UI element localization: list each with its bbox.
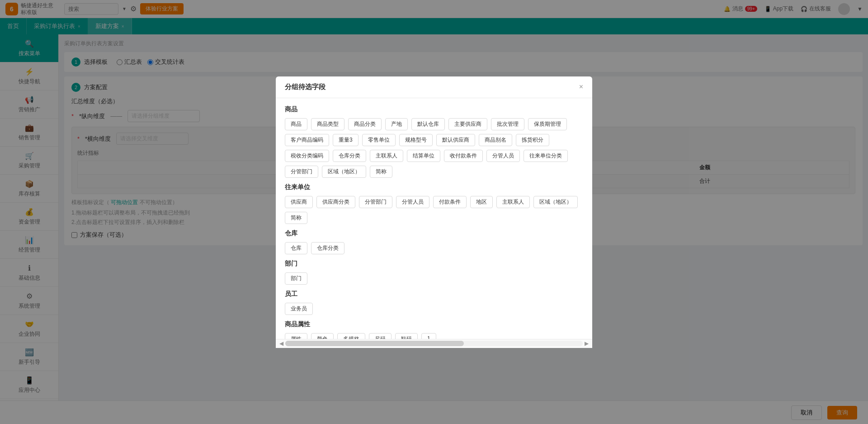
field-multi-spec[interactable]: 多规格 xyxy=(337,333,365,339)
field-spec-model[interactable]: 规格型号 xyxy=(399,134,433,146)
field-supervisor[interactable]: 分管人员 xyxy=(486,150,520,162)
field-main-supplier[interactable]: 主要供应商 xyxy=(448,118,487,130)
field-origin[interactable]: 产地 xyxy=(385,118,408,130)
field-weight[interactable]: 重量3 xyxy=(333,134,359,146)
warehouse-fields: 仓库 仓库分类 xyxy=(285,242,583,254)
field-attr[interactable]: 属性 xyxy=(285,333,307,339)
field-product[interactable]: 商品 xyxy=(285,118,307,130)
field-size[interactable]: 尺码 xyxy=(369,333,392,339)
field-product-category[interactable]: 商品分类 xyxy=(348,118,382,130)
field-dept[interactable]: 部门 xyxy=(285,272,307,285)
field-partner-abbr[interactable]: 简称 xyxy=(285,212,307,224)
hscrollbar-thumb xyxy=(285,341,464,346)
field-default-supplier[interactable]: 默认供应商 xyxy=(436,134,475,146)
field-partner-category[interactable]: 往来单位分类 xyxy=(524,150,568,162)
modal-overlay: 分组待选字段 × 商品 商品 商品类型 商品分类 产地 默认仓库 主要供应商 批… xyxy=(0,0,868,424)
field-main-contact[interactable]: 主联系人 xyxy=(370,150,403,162)
field-partner-region[interactable]: 区域（地区） xyxy=(533,196,578,208)
dept-fields: 部门 xyxy=(285,272,583,285)
field-salesperson[interactable]: 业务员 xyxy=(285,303,313,315)
modal-hscrollbar-area: ◀ ▶ xyxy=(276,339,592,348)
field-tax-code[interactable]: 税收分类编码 xyxy=(285,150,329,162)
field-partner-dept[interactable]: 分管部门 xyxy=(359,196,392,208)
field-color[interactable]: 颜色 xyxy=(311,333,334,339)
field-custom-1[interactable]: 1 xyxy=(421,333,436,339)
modal-close-button[interactable]: × xyxy=(579,83,583,91)
modal-title: 分组待选字段 xyxy=(285,83,326,91)
field-pick-points[interactable]: 拣货积分 xyxy=(516,134,549,146)
field-batch-mgmt[interactable]: 批次管理 xyxy=(491,118,524,130)
group-title-warehouse: 仓库 xyxy=(285,229,583,238)
field-supervise-dept[interactable]: 分管部门 xyxy=(285,166,318,178)
employee-fields: 业务员 xyxy=(285,303,583,315)
field-retail-unit[interactable]: 零售单位 xyxy=(362,134,396,146)
product-fields: 商品 商品类型 商品分类 产地 默认仓库 主要供应商 批次管理 保质期管理 客户… xyxy=(285,118,583,178)
group-title-dept: 部门 xyxy=(285,260,583,268)
field-settlement-unit[interactable]: 结算单位 xyxy=(407,150,440,162)
field-default-warehouse[interactable]: 默认仓库 xyxy=(411,118,445,130)
field-warehouse-category[interactable]: 仓库分类 xyxy=(333,150,366,162)
field-warehouse[interactable]: 仓库 xyxy=(285,242,307,254)
group-title-employee: 员工 xyxy=(285,290,583,298)
product-attr-fields: 属性 颜色 多规格 尺码 鞋码 1 xyxy=(285,333,583,339)
group-title-partner: 往来单位 xyxy=(285,183,583,191)
field-product-type[interactable]: 商品类型 xyxy=(311,118,344,130)
field-shelf-life[interactable]: 保质期管理 xyxy=(528,118,567,130)
field-shoe-size[interactable]: 鞋码 xyxy=(395,333,418,339)
field-supplier-category[interactable]: 供应商分类 xyxy=(316,196,355,208)
field-select-modal: 分组待选字段 × 商品 商品 商品类型 商品分类 产地 默认仓库 主要供应商 批… xyxy=(276,76,592,348)
hscroll-left-arrow[interactable]: ◀ xyxy=(279,340,283,347)
field-abbr[interactable]: 简称 xyxy=(370,166,392,178)
field-region[interactable]: 区域（地区） xyxy=(322,166,366,178)
field-payment-cond[interactable]: 付款条件 xyxy=(433,196,467,208)
field-customer-code[interactable]: 客户商品编码 xyxy=(285,134,329,146)
field-partner-contact[interactable]: 主联系人 xyxy=(496,196,530,208)
modal-body: 商品 商品 商品类型 商品分类 产地 默认仓库 主要供应商 批次管理 保质期管理… xyxy=(276,98,592,339)
field-area[interactable]: 地区 xyxy=(470,196,493,208)
hscroll-row: ◀ ▶ xyxy=(279,340,589,347)
field-supplier[interactable]: 供应商 xyxy=(285,196,313,208)
hscrollbar[interactable] xyxy=(285,341,583,346)
hscroll-right-arrow[interactable]: ▶ xyxy=(585,340,589,347)
partner-fields: 供应商 供应商分类 分管部门 分管人员 付款条件 地区 主联系人 区域（地区） … xyxy=(285,196,583,224)
field-partner-supervisor[interactable]: 分管人员 xyxy=(396,196,429,208)
field-product-alias[interactable]: 商品别名 xyxy=(479,134,512,146)
modal-header: 分组待选字段 × xyxy=(276,76,592,98)
group-title-product: 商品 xyxy=(285,105,583,114)
field-warehouse-cat[interactable]: 仓库分类 xyxy=(311,242,344,254)
group-title-product-attr: 商品属性 xyxy=(285,320,583,329)
field-payment-terms[interactable]: 收付款条件 xyxy=(444,150,483,162)
